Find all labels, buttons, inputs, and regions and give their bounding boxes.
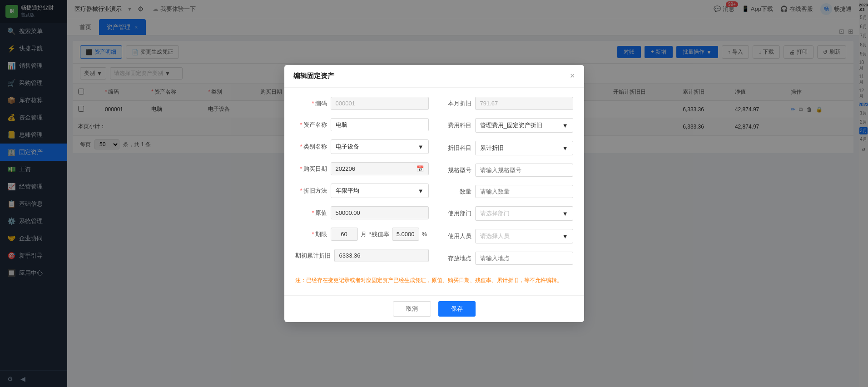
original-input[interactable]: [331, 206, 429, 219]
term-period: 月 *残值率 %: [331, 228, 429, 241]
modal-form-grid: *编码 *资产名称 *类别名称: [295, 97, 573, 273]
dept-row: 使用部门 请选择部门 ▼: [440, 206, 573, 221]
term-residual-row: *期限 月 *残值率 %: [295, 228, 429, 241]
residual-pct: %: [422, 231, 427, 238]
term-label: *期限: [295, 230, 327, 238]
category-select[interactable]: 电子设备 ▼: [331, 139, 429, 154]
accum-depr-label: 期初累计折旧: [295, 252, 331, 260]
asset-name-label: *资产名称: [295, 121, 327, 129]
expense-subject-label: 费用科目: [440, 121, 471, 129]
quantity-label: 数量: [440, 188, 471, 196]
category-name-label: *类别名称: [295, 143, 327, 151]
accum-depr-row: 期初累计折旧: [295, 249, 429, 262]
depr-method-row: *折旧方法 年限平均 ▼: [295, 184, 429, 198]
code-input[interactable]: [331, 97, 429, 110]
person-chevron-icon: ▼: [562, 233, 568, 240]
monthly-depr-label: 本月折旧: [440, 99, 471, 108]
modal-title: 编辑固定资产: [293, 72, 334, 80]
depr-method-value: 年限平均: [336, 187, 359, 195]
residual-rate-label: *残值率: [369, 230, 389, 238]
person-select[interactable]: 请选择人员 ▼: [475, 229, 573, 243]
person-label: 使用人员: [440, 232, 471, 240]
cancel-btn[interactable]: 取消: [393, 301, 431, 317]
spec-label: 规格型号: [440, 166, 471, 174]
calendar-icon: 📅: [417, 165, 424, 172]
modal-body: *编码 *资产名称 *类别名称: [284, 88, 584, 295]
depr-method-label: *折旧方法: [295, 187, 327, 195]
spec-row: 规格型号: [440, 164, 573, 177]
code-row: *编码: [295, 97, 429, 110]
buy-date-input[interactable]: 202206 📅: [331, 162, 429, 175]
expense-subject-select[interactable]: 管理费用_固定资产折旧 ▼: [475, 118, 573, 133]
person-placeholder: 请选择人员: [480, 232, 510, 240]
asset-name-input[interactable]: [331, 118, 429, 131]
buy-date-row: *购买日期 202206 📅: [295, 162, 429, 175]
expense-subject-row: 费用科目 管理费用_固定资产折旧 ▼: [440, 118, 573, 133]
depr-subject-select[interactable]: 累计折旧 ▼: [475, 141, 573, 155]
location-input[interactable]: [475, 252, 573, 265]
modal-overlay: 编辑固定资产 × *编码 *资产名称: [0, 0, 868, 387]
term-unit: 月: [361, 230, 367, 238]
modal-note: 注：已经存在变更记录或者对应固定资产已经生成凭证，原值、购买日期、残值率、累计折…: [295, 273, 573, 286]
depr-subject-chevron-icon: ▼: [562, 145, 568, 152]
expense-subject-chevron-icon: ▼: [562, 122, 568, 129]
modal-left-col: *编码 *资产名称 *类别名称: [295, 97, 429, 273]
asset-name-row: *资产名称: [295, 118, 429, 131]
spec-input[interactable]: [475, 164, 573, 177]
residual-input[interactable]: [392, 228, 419, 241]
quantity-input[interactable]: [475, 185, 573, 198]
term-input[interactable]: [331, 228, 358, 241]
monthly-depr-input[interactable]: [475, 97, 573, 110]
category-select-value: 电子设备: [336, 143, 359, 151]
monthly-depr-row: 本月折旧: [440, 97, 573, 110]
category-row: *类别名称 电子设备 ▼: [295, 139, 429, 154]
quantity-row: 数量: [440, 185, 573, 198]
dept-placeholder: 请选择部门: [480, 209, 510, 218]
person-row: 使用人员 请选择人员 ▼: [440, 229, 573, 243]
depr-subject-value: 累计折旧: [480, 144, 504, 152]
edit-asset-modal: 编辑固定资产 × *编码 *资产名称: [284, 65, 584, 322]
accum-depr-input[interactable]: [334, 249, 429, 262]
buy-date-value: 202206: [336, 165, 355, 172]
buy-date-label: *购买日期: [295, 165, 327, 173]
depr-method-select[interactable]: 年限平均 ▼: [331, 184, 429, 198]
original-label: *原值: [295, 209, 327, 217]
modal-header: 编辑固定资产 ×: [284, 65, 584, 88]
depr-subject-row: 折旧科目 累计折旧 ▼: [440, 141, 573, 155]
expense-subject-value: 管理费用_固定资产折旧: [480, 121, 542, 129]
category-chevron-icon: ▼: [418, 144, 424, 150]
depr-method-chevron-icon: ▼: [418, 188, 424, 194]
dept-label: 使用部门: [440, 209, 471, 218]
modal-close-btn[interactable]: ×: [570, 71, 575, 81]
location-label: 存放地点: [440, 254, 471, 263]
location-row: 存放地点: [440, 252, 573, 265]
dept-chevron-icon: ▼: [562, 210, 568, 217]
modal-footer: 取消 保存: [284, 295, 584, 322]
code-label: *编码: [295, 99, 327, 108]
save-btn[interactable]: 保存: [438, 301, 476, 317]
depr-subject-label: 折旧科目: [440, 144, 471, 152]
modal-right-col: 本月折旧 费用科目 管理费用_固定资产折旧 ▼: [440, 97, 573, 273]
original-row: *原值: [295, 206, 429, 219]
dept-select[interactable]: 请选择部门 ▼: [475, 206, 573, 221]
